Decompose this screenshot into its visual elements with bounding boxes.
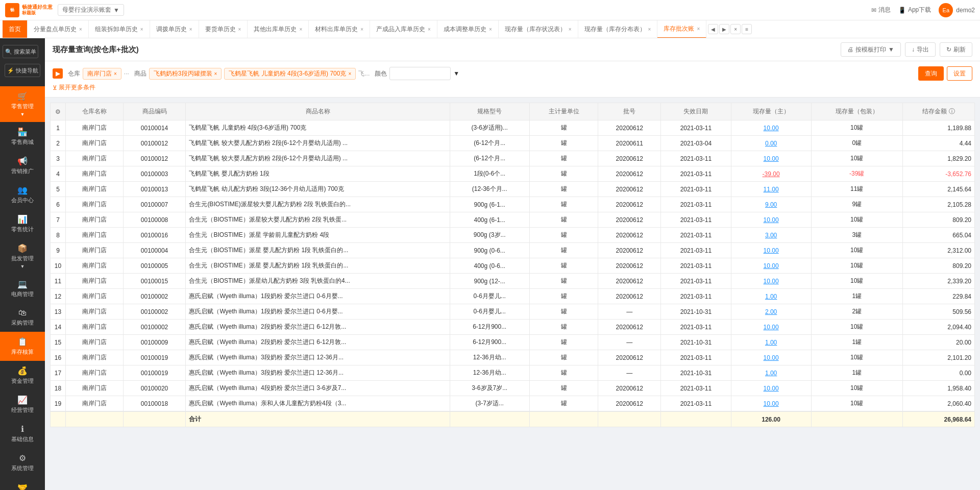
filter-expand-btn[interactable]: ▶ [53,68,63,79]
row-qty-main[interactable]: -39.00 [731,166,811,182]
row-amount: 809.20 [902,258,974,274]
close-icon[interactable]: × [697,26,700,32]
row-qty-main[interactable]: 10.00 [731,274,811,289]
tab-qitachuku[interactable]: 其他出库单历史 × [248,20,309,38]
close-icon[interactable]: × [79,27,82,32]
row-qty-main[interactable]: 10.00 [731,320,811,335]
close-icon[interactable]: × [569,27,572,32]
table-row: 13 南岸门店 00100002 惠氏启赋（Wyeth illuma）1段奶粉 … [51,304,975,320]
row-qty-main[interactable]: 1.00 [731,365,811,381]
table-container[interactable]: ⚙ 仓库名称 商品编码 商品名称 规格型号 主计量单位 批号 失效日期 现存量（… [45,97,980,490]
sidebar-item-zijin[interactable]: 💰 资金管理 [0,361,45,390]
close-icon[interactable]: × [360,27,363,32]
filter-expand-more[interactable]: ⊻ 展开更多条件 [53,83,972,92]
row-expire: 2021-03-11 [661,166,731,182]
row-qty-main[interactable]: 10.00 [731,381,811,396]
row-qty-main[interactable]: 10.00 [731,243,811,258]
print-btn[interactable]: 🖨 按模板打印 ▼ [841,42,901,57]
tab-diaoboddan[interactable]: 调拨单历史 × [150,20,199,38]
refresh-btn[interactable]: ↻ 刷新 [940,42,972,57]
sidebar-item-dianshang[interactable]: 💻 电商管理 [0,274,45,303]
close-icon[interactable]: × [189,27,192,32]
row-qty-main[interactable]: 0.00 [731,136,811,151]
sidebar-item-xitong[interactable]: ⚙ 系统管理 [0,448,45,477]
sidebar-item-jingying[interactable]: 📈 经营管理 [0,390,45,419]
business-icon: 📈 [17,395,28,405]
warehouse-tag-nanan[interactable]: 南岸门店 × [83,68,121,80]
nav-menu[interactable]: ≡ [742,24,752,34]
sidebar-item-qiye[interactable]: 🤝 企业协同 [0,477,45,490]
sidebar-item-kucunhesuan[interactable]: 📋 库存核算 [0,332,45,361]
sidebar-item-caigou[interactable]: 🛍 采购管理 [0,303,45,332]
row-batch: 20200612 [598,289,661,304]
row-spec: 6-12月900... [450,320,529,335]
query-btn[interactable]: 查询 [918,66,944,81]
sidebar-item-lingshoshangcheng[interactable]: 🏪 零售商城 [0,122,45,151]
close-icon[interactable]: × [489,27,492,32]
row-spec: 3-6岁及7岁... [450,381,529,396]
remove-icon[interactable]: × [114,71,117,77]
tab-chenben[interactable]: 成本调整单历史 × [437,20,499,38]
app-download-btn[interactable]: 📱 App下载 [898,6,931,14]
product-tag-2[interactable]: 飞鹤星飞帆 儿童奶粉 4段(3-6岁适用) 700克 × [224,68,356,80]
product-more[interactable]: 飞... [358,69,370,78]
close-icon[interactable]: × [648,27,651,32]
expand-icon: ▼ [20,264,25,269]
warehouse-more[interactable]: ··· [124,70,129,77]
nav-next[interactable]: ▶ [719,24,729,34]
close-icon[interactable]: × [428,27,431,32]
row-qty-main[interactable]: 11.00 [731,182,811,197]
tab-yaohuo[interactable]: 要货单历史 × [199,20,248,38]
user-area[interactable]: Ea demo2 [939,3,975,17]
row-qty-main[interactable]: 1.00 [731,335,811,350]
industry-selector[interactable]: 母婴行业演示账套 ▼ [58,4,124,16]
close-icon[interactable]: × [140,27,143,32]
sidebar-item-lingshöguanli[interactable]: 🛒 零售管理 ▼ [0,86,45,122]
row-qty-main[interactable]: 3.00 [731,228,811,243]
sidebar-search-btn[interactable]: 🔍 搜索菜单 [3,45,38,58]
row-expire: 2021-03-11 [661,289,731,304]
summary-qty-main: 126.00 [731,411,811,427]
tab-cailiaochuku[interactable]: 材料出库单历史 × [309,20,370,38]
settings-icon[interactable]: ⚙ [55,108,61,115]
nav-close[interactable]: × [730,24,741,34]
remove-icon[interactable]: × [348,71,351,77]
close-icon[interactable]: × [299,27,302,32]
row-qty-main[interactable]: 10.00 [731,151,811,166]
export-btn[interactable]: ↓ 导出 [905,42,936,57]
tab-home[interactable]: 首页 [3,20,28,38]
nav-prev[interactable]: ◀ [708,24,718,34]
sidebar-item-lingshstats[interactable]: 📊 零售统计 [0,209,45,238]
color-dropdown[interactable]: ▼ [453,70,459,77]
tab-chanchengpin[interactable]: 产成品入库单历史 × [370,20,437,38]
close-icon[interactable]: × [238,27,241,32]
row-qty-main[interactable]: 9.00 [731,197,811,212]
row-qty-main[interactable]: 2.00 [731,304,811,320]
row-unit: 罐 [529,120,598,136]
sidebar-item-yingxiao[interactable]: 📢 营销推广 [0,151,45,180]
tab-zuchaixi[interactable]: 组装拆卸单历史 × [89,20,150,38]
color-input[interactable] [389,67,451,80]
col-settings[interactable]: ⚙ [51,103,66,120]
quick-nav-btn[interactable]: ⚡ 快捷导航 [5,64,40,77]
remove-icon[interactable]: × [214,71,217,77]
settings-btn[interactable]: 设置 [947,66,972,81]
sidebar-item-pifaguanli[interactable]: 📦 批发管理 ▼ [0,238,45,274]
product-tag-1[interactable]: 飞鹤奶粉3段丙罐摆装 × [149,68,222,80]
row-qty-main[interactable]: 10.00 [731,396,811,412]
sidebar-item-jichuinfo[interactable]: ℹ 基础信息 [0,419,45,448]
row-qty-main[interactable]: 10.00 [731,212,811,228]
row-qty-main[interactable]: 10.00 [731,258,811,274]
tab-kucunpici[interactable]: 库存批次账 × [657,20,706,38]
row-warehouse: 南岸门店 [66,365,124,381]
message-btn[interactable]: ✉ 消息 [871,6,891,14]
tab-xiancunfen[interactable]: 现存量（库存分布表）× [578,20,658,38]
tab-fenliangpandian[interactable]: 分量盘点单历史 × [28,20,89,38]
row-no: 18 [51,381,66,396]
row-qty-main[interactable]: 10.00 [731,120,811,136]
row-qty-main[interactable]: 10.00 [731,350,811,365]
tab-xiancunzhuang[interactable]: 现存量（库存状况表）× [499,20,578,38]
export-label: 导出 [917,45,929,54]
row-qty-main[interactable]: 1.00 [731,289,811,304]
sidebar-item-huiyuan[interactable]: 👥 会员中心 [0,180,45,209]
